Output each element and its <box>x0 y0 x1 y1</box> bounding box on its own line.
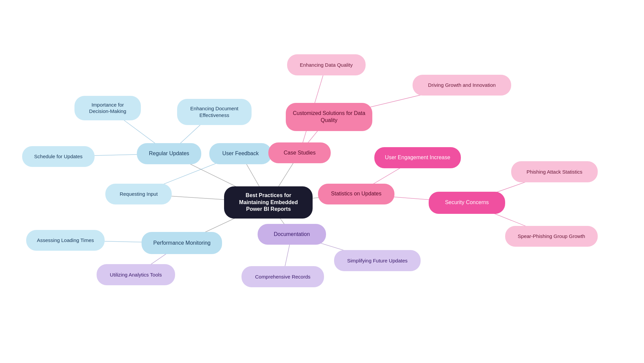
node-securityConcerns[interactable]: Security Concerns <box>429 192 505 214</box>
node-assessingLoading[interactable]: Assessing Loading Times <box>26 230 105 251</box>
node-documentation[interactable]: Documentation <box>258 224 326 245</box>
node-importanceDecision[interactable]: Importance for Decision-Making <box>74 96 141 120</box>
node-enhancingDoc[interactable]: Enhancing Document Effectiveness <box>177 99 252 125</box>
node-performanceMonitoring[interactable]: Performance Monitoring <box>142 232 222 254</box>
node-phishingStats[interactable]: Phishing Attack Statistics <box>511 161 598 182</box>
node-comprehensiveRecords[interactable]: Comprehensive Records <box>241 266 324 287</box>
node-enhancingDataQuality[interactable]: Enhancing Data Quality <box>287 54 366 75</box>
node-scheduleUpdates[interactable]: Schedule for Updates <box>22 146 95 167</box>
node-drivingGrowth[interactable]: Driving Growth and Innovation <box>413 75 511 96</box>
node-simplifyingFuture[interactable]: Simplifying Future Updates <box>334 250 421 271</box>
node-customizedSolutions[interactable]: Customized Solutions for Data Quality <box>286 103 372 131</box>
node-spearPhishing[interactable]: Spear-Phishing Group Growth <box>505 226 598 247</box>
node-regularUpdates[interactable]: Regular Updates <box>137 143 201 164</box>
node-userEngagement[interactable]: User Engagement Increase <box>374 147 461 168</box>
node-requestingInput[interactable]: Requesting Input <box>105 184 172 205</box>
node-utilizingAnalytics[interactable]: Utilizing Analytics Tools <box>97 264 175 285</box>
node-statisticsUpdates[interactable]: Statistics on Updates <box>318 184 394 205</box>
mindmap-container: Best Practices for Maintaining Embedded … <box>0 0 644 363</box>
node-center[interactable]: Best Practices for Maintaining Embedded … <box>224 186 313 219</box>
node-caseStudies[interactable]: Case Studies <box>268 142 331 164</box>
node-userFeedback[interactable]: User Feedback <box>209 143 272 164</box>
